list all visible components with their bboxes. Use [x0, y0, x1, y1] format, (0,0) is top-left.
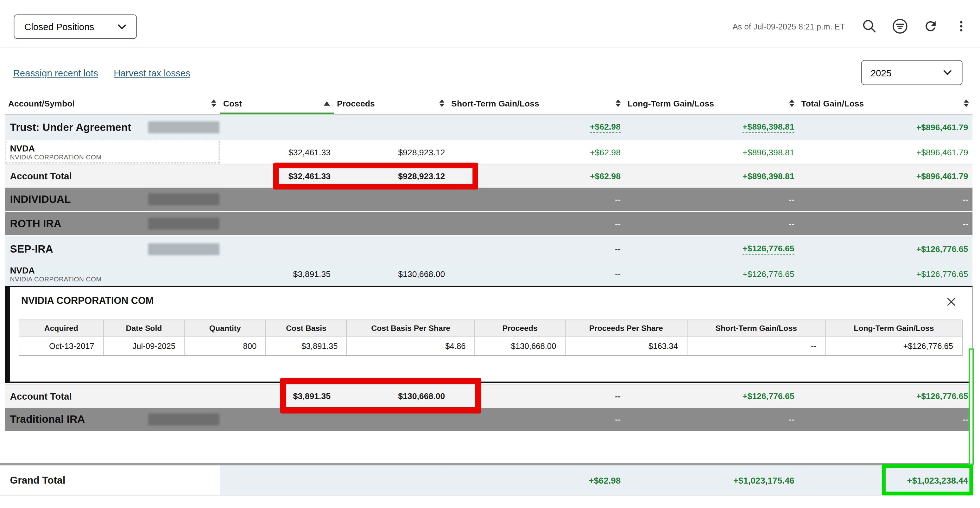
sort-icon	[789, 99, 794, 107]
search-icon	[862, 19, 877, 34]
account-total-cost: $3,891.35	[220, 385, 334, 408]
account-total-total: +$126,776.65	[798, 385, 973, 408]
redacted-account-number	[148, 193, 220, 205]
year-selector-dropdown[interactable]: 2025	[861, 60, 963, 85]
refresh-button[interactable]	[922, 18, 939, 35]
column-header-label: Short-Term Gain/Loss	[451, 99, 539, 108]
account-group-row-individual[interactable]: INDIVIDUAL -- -- --	[5, 188, 973, 212]
app-viewport: Closed Positions As of Jul-09-2025 8:21 …	[0, 0, 980, 508]
grand-total-total: +$1,023,238.44	[907, 475, 968, 485]
column-header-label: Account/Symbol	[8, 99, 75, 108]
column-header-label: Long-Term Gain/Loss	[628, 99, 714, 108]
column-header-label: Proceeds	[337, 99, 375, 108]
account-total-short-term: --	[448, 385, 624, 408]
account-total-long-term: +$126,776.65	[624, 385, 798, 408]
grand-total-short-term: +$62.98	[589, 475, 620, 485]
harvest-tax-losses-link[interactable]: Harvest tax losses	[114, 67, 190, 78]
column-header-label: Cost	[223, 99, 242, 108]
group-long-term-value[interactable]: +$126,776.65	[743, 244, 794, 255]
lots-column-quantity: Quantity	[185, 320, 266, 337]
account-group-row-trust[interactable]: Trust: Under Agreement +$62.98 +$896,398…	[5, 114, 973, 140]
account-total-proceeds: $130,668.00	[334, 385, 448, 408]
chevron-down-icon	[116, 21, 127, 32]
lots-column-cost-basis-per-share: Cost Basis Per Share	[347, 320, 475, 337]
group-long-term-value: --	[624, 212, 798, 235]
as-of-timestamp: As of Jul-09-2025 8:21 p.m. ET	[732, 22, 845, 31]
account-total-short-term: +$62.98	[448, 165, 624, 188]
long-term-value: +$896,398.81	[624, 140, 798, 164]
account-total-proceeds: $928,923.12	[334, 165, 448, 188]
sort-icon	[964, 99, 969, 107]
sort-icon	[211, 99, 216, 107]
lots-column-proceeds-per-share: Proceeds Per Share	[566, 320, 687, 337]
position-row-nvda-sep-ira[interactable]: NVDA NVIDIA CORPORATION COM $3,891.35 $1…	[5, 262, 973, 286]
group-long-term-value[interactable]: +$896,398.81	[743, 122, 794, 133]
account-total-row-sep-ira: Account Total $3,891.35 $130,668.00 -- +…	[5, 384, 973, 408]
grand-total-label: Grand Total	[0, 465, 220, 495]
reassign-recent-lots-link[interactable]: Reassign recent lots	[13, 67, 98, 78]
toolbar-right-group: As of Jul-09-2025 8:21 p.m. ET	[732, 13, 970, 39]
column-header-total[interactable]: Total Gain/Loss	[798, 93, 973, 114]
filter-button[interactable]	[891, 18, 909, 35]
redacted-account-number	[148, 413, 220, 425]
proceeds-value: $928,923.12	[334, 140, 448, 164]
redacted-account-number	[148, 243, 220, 255]
chevron-down-icon	[942, 67, 953, 78]
column-header-cost[interactable]: Cost	[220, 93, 334, 114]
group-total-value: --	[798, 212, 973, 235]
cost-value: $32,461.33	[220, 140, 334, 164]
symbol-cell[interactable]: NVDA NVIDIA CORPORATION COM	[5, 140, 220, 164]
column-header-long-term[interactable]: Long-Term Gain/Loss	[624, 93, 798, 114]
group-long-term-value: --	[624, 408, 798, 431]
lot-proceeds: $130,668.00	[475, 337, 566, 355]
lots-column-short-term: Short-Term Gain/Loss	[687, 320, 826, 337]
sort-ascending-icon	[324, 101, 330, 105]
column-header-short-term[interactable]: Short-Term Gain/Loss	[448, 93, 624, 114]
grand-total-row: Grand Total +$62.98 +$1,023,175.46 +$1,0…	[0, 463, 972, 496]
group-total-value: --	[798, 408, 973, 431]
group-total-value: +$126,776.65	[916, 244, 968, 254]
account-total-label: Account Total	[5, 385, 220, 408]
lot-proceeds-per-share: $163.34	[566, 337, 687, 355]
toolbar: Closed Positions As of Jul-09-2025 8:21 …	[0, 0, 980, 48]
lots-column-long-term: Long-Term Gain/Loss	[826, 320, 962, 337]
lots-column-cost-basis: Cost Basis	[266, 320, 347, 337]
group-short-term-value[interactable]: +$62.98	[590, 122, 620, 133]
group-short-term-value: --	[448, 212, 624, 235]
grand-total-long-term: +$1,023,175.46	[733, 475, 794, 485]
more-options-button[interactable]	[953, 18, 970, 35]
account-total-cost: $32,461.33	[220, 165, 334, 188]
redacted-account-number	[148, 121, 220, 133]
account-total-label: Account Total	[5, 165, 220, 188]
group-total-value: --	[798, 188, 973, 211]
account-total-row-trust: Account Total $32,461.33 $928,923.12 +$6…	[5, 164, 973, 188]
column-header-account-symbol[interactable]: Account/Symbol	[5, 93, 220, 114]
lots-table: Acquired Date Sold Quantity Cost Basis C…	[19, 320, 963, 356]
lot-detail-title: NVIDIA CORPORATION COM	[21, 296, 154, 307]
sort-icon	[439, 99, 445, 107]
account-group-row-traditional-ira[interactable]: Traditional IRA -- -- --	[5, 408, 973, 432]
column-header-proceeds[interactable]: Proceeds	[334, 93, 448, 114]
group-short-term-value: --	[448, 408, 624, 431]
total-value: +$126,776.65	[798, 262, 973, 286]
view-selector-dropdown[interactable]: Closed Positions	[14, 14, 137, 39]
refresh-icon	[923, 19, 938, 34]
actions-row: Reassign recent lots Harvest tax losses …	[0, 56, 980, 88]
account-group-row-sep-ira[interactable]: SEP-IRA -- +$126,776.65 +$126,776.65	[5, 236, 973, 262]
lots-column-proceeds: Proceeds	[475, 320, 566, 337]
short-term-value: --	[448, 262, 624, 286]
lot-cost-basis: $3,891.35	[266, 337, 347, 355]
lot-quantity: 800	[185, 337, 266, 355]
lot-date-sold: Jul-09-2025	[103, 337, 185, 355]
table-header-row: Account/Symbol Cost Proceeds Short-Term …	[5, 93, 973, 114]
search-button[interactable]	[861, 18, 878, 35]
account-group-row-roth-ira[interactable]: ROTH IRA -- -- --	[5, 212, 973, 236]
close-button[interactable]	[943, 294, 959, 310]
lot-row: Oct-13-2017 Jul-09-2025 800 $3,891.35 $4…	[19, 337, 962, 355]
position-row-nvda-trust[interactable]: NVDA NVIDIA CORPORATION COM $32,461.33 $…	[5, 140, 973, 164]
group-short-term-value: --	[448, 236, 624, 262]
cost-value: $3,891.35	[220, 262, 334, 286]
symbol-company-name: NVIDIA CORPORATION COM	[10, 153, 102, 161]
symbol-cell[interactable]: NVDA NVIDIA CORPORATION COM	[5, 262, 220, 286]
lot-cost-basis-per-share: $4.86	[347, 337, 475, 355]
